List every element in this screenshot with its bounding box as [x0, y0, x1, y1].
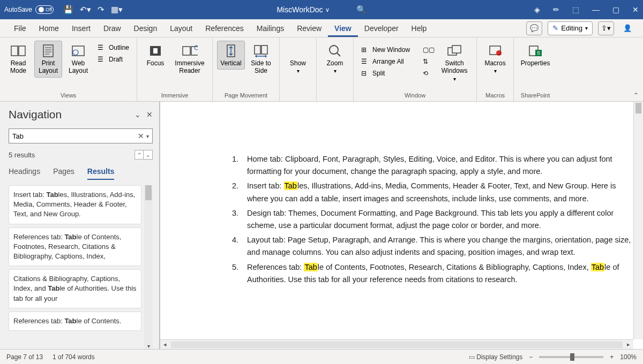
- group-zoom: Zoom▾: [317, 37, 354, 101]
- focus-icon: [147, 43, 163, 58]
- group-views: Read Mode Print Layout Web Layout ☰Outli…: [0, 37, 137, 101]
- nav-search-input[interactable]: ✕ ▾: [9, 128, 153, 143]
- svg-point-8: [73, 50, 78, 55]
- word-count[interactable]: 1 of 704 words: [53, 353, 95, 361]
- svg-rect-2: [43, 45, 53, 57]
- tab-developer[interactable]: Developer: [358, 19, 405, 37]
- tab-view[interactable]: View: [328, 19, 358, 37]
- save-icon[interactable]: 💾: [63, 5, 73, 14]
- redo-icon[interactable]: ↷: [98, 5, 104, 14]
- read-mode-button[interactable]: Read Mode: [4, 41, 32, 78]
- web-layout-button[interactable]: Web Layout: [64, 41, 92, 78]
- next-result-icon[interactable]: ⌄: [144, 150, 152, 159]
- svg-point-13: [195, 46, 198, 50]
- print-layout-button[interactable]: Print Layout: [34, 41, 62, 78]
- wand-icon[interactable]: ✏: [553, 5, 559, 14]
- table-icon[interactable]: ▦▾: [111, 5, 123, 14]
- list-item[interactable]: Citations & Bibliography, Captions, Inde…: [9, 269, 141, 308]
- document-title[interactable]: MiscWorkDoc ∨: [276, 5, 329, 14]
- immersive-reader-button[interactable]: Immersive Reader: [171, 41, 208, 78]
- arrange-all-button[interactable]: ☰Arrange All: [359, 57, 412, 66]
- result-nav-arrows[interactable]: ⌃⌄: [134, 150, 153, 160]
- collapse-ribbon-icon[interactable]: ⌃: [633, 92, 639, 99]
- search-icon[interactable]: 🔍: [356, 5, 367, 14]
- tab-references[interactable]: References: [199, 19, 250, 37]
- zoom-button[interactable]: Zoom▾: [321, 41, 349, 77]
- restore-icon[interactable]: ⬚: [572, 5, 579, 14]
- autosave-toggle[interactable]: AutoSave Off: [4, 5, 54, 14]
- outline-button[interactable]: ☰Outline: [95, 43, 131, 52]
- nav-dropdown-icon[interactable]: ⌄: [134, 110, 141, 119]
- zoom-level[interactable]: 100%: [620, 353, 637, 361]
- result-count: 5 results: [9, 151, 35, 159]
- tab-layout[interactable]: Layout: [163, 19, 199, 37]
- list-item[interactable]: References tab: Table of Contents.: [9, 312, 141, 331]
- properties-button[interactable]: SProperties: [518, 41, 552, 70]
- share-button[interactable]: ⇪▾: [598, 21, 614, 35]
- vertical-scrollbar[interactable]: [633, 102, 643, 339]
- account-icon[interactable]: 👤: [619, 21, 635, 35]
- arrange-icon: ☰: [361, 58, 370, 65]
- svg-point-22: [496, 50, 502, 56]
- comments-button[interactable]: 💬: [526, 21, 542, 35]
- tab-design[interactable]: Design: [128, 19, 164, 37]
- close-icon[interactable]: ✕: [632, 5, 639, 14]
- nav-close-icon[interactable]: ✕: [146, 110, 153, 119]
- switch-windows-button[interactable]: Switch Windows▾: [437, 41, 472, 85]
- draft-button[interactable]: ☰Draft: [95, 55, 131, 64]
- macros-button[interactable]: Macros▾: [481, 41, 509, 77]
- maximize-icon[interactable]: ▢: [612, 5, 619, 14]
- show-button[interactable]: Show▾: [284, 41, 312, 77]
- view-side-button[interactable]: ▢▢: [421, 45, 433, 55]
- diamond-icon[interactable]: ◈: [534, 5, 540, 14]
- status-bar: Page 7 of 13 1 of 704 words ▭ Display Se…: [0, 349, 643, 364]
- horizontal-scrollbar[interactable]: ◂▸: [160, 339, 633, 349]
- sync-scroll-button[interactable]: ⇅: [421, 57, 433, 66]
- list-item[interactable]: Insert tab: Tables, Illustrations, Add-i…: [9, 185, 141, 224]
- nav-tab-headings[interactable]: Headings: [9, 167, 40, 180]
- tab-insert[interactable]: Insert: [65, 19, 97, 37]
- page-status[interactable]: Page 7 of 13: [6, 353, 43, 361]
- page-icon: [40, 43, 56, 58]
- prev-result-icon[interactable]: ⌃: [135, 150, 144, 159]
- tab-help[interactable]: Help: [405, 19, 433, 37]
- tab-draw[interactable]: Draw: [97, 19, 128, 37]
- reader-icon: [182, 43, 198, 58]
- ribbon: Read Mode Print Layout Web Layout ☰Outli…: [0, 37, 643, 102]
- group-sharepoint: SProperties SharePoint: [514, 37, 557, 101]
- zoom-in-icon[interactable]: +: [610, 353, 614, 361]
- list-item: References tab: Table of Contents, Footn…: [241, 261, 631, 286]
- side-to-side-button[interactable]: Side to Side: [247, 41, 275, 78]
- svg-rect-20: [452, 46, 461, 53]
- svg-rect-11: [183, 47, 190, 55]
- undo-icon[interactable]: ↶▾: [80, 5, 91, 14]
- document-body[interactable]: Home tab: Clipboard, Font, Paragraph, St…: [170, 102, 631, 337]
- tab-home[interactable]: Home: [33, 19, 65, 37]
- nav-scrollbar[interactable]: ▴▾: [144, 185, 153, 349]
- vertical-button[interactable]: Vertical: [217, 41, 245, 70]
- clear-search-icon[interactable]: ✕: [136, 132, 146, 140]
- zoom-out-icon[interactable]: −: [529, 353, 533, 361]
- svg-rect-10: [153, 48, 158, 54]
- minimize-icon[interactable]: —: [592, 5, 600, 14]
- split-button[interactable]: ⊟Split: [359, 69, 412, 78]
- svg-rect-7: [72, 46, 84, 56]
- zoom-slider[interactable]: [539, 356, 603, 358]
- nav-tab-results[interactable]: Results: [87, 167, 115, 180]
- focus-button[interactable]: Focus: [141, 41, 169, 70]
- search-options-icon[interactable]: ▾: [146, 133, 149, 139]
- editing-mode-button[interactable]: ✎Editing▾: [548, 21, 593, 35]
- title-bar: AutoSave Off 💾 ↶▾ ↷ ▦▾ MiscWorkDoc ∨ 🔍 ◈…: [0, 0, 643, 19]
- tab-file[interactable]: File: [8, 19, 33, 37]
- new-window-button[interactable]: ⊞New Window: [359, 45, 412, 55]
- display-settings-button[interactable]: ▭ Display Settings: [469, 353, 522, 361]
- svg-text:S: S: [537, 50, 540, 56]
- group-window: ⊞New Window ☰Arrange All ⊟Split ▢▢ ⇅ ⟲ S…: [354, 37, 477, 101]
- tab-mailings[interactable]: Mailings: [250, 19, 290, 37]
- tab-review[interactable]: Review: [290, 19, 328, 37]
- nav-tab-pages[interactable]: Pages: [53, 167, 74, 180]
- split-icon: ⊟: [361, 70, 370, 77]
- reset-window-button[interactable]: ⟲: [421, 69, 433, 78]
- globe-icon: [70, 43, 86, 58]
- list-item[interactable]: References tab: Table of Contents, Footn…: [9, 228, 141, 267]
